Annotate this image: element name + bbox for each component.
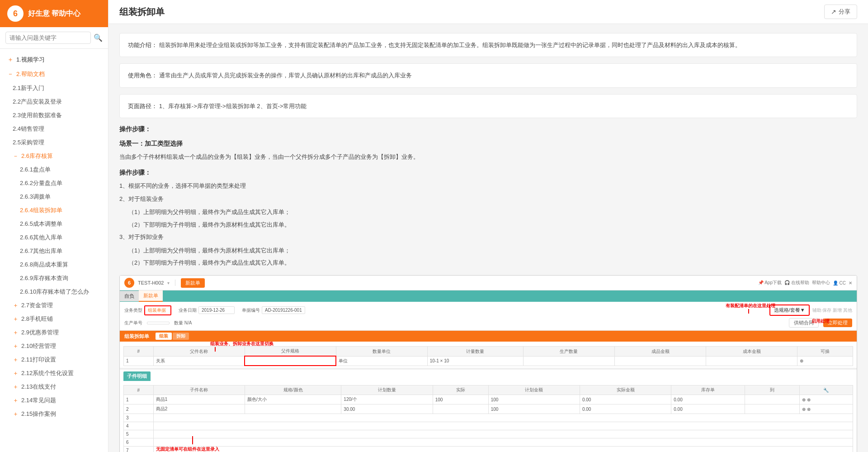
sidebar-item-2-7[interactable]: ＋ 2.7资金管理 [0,299,108,312]
plus-icon-2-12: ＋ [13,369,19,377]
mock-app-bar: 6 TEST-H002 ▾ 新款单 📌 App下载 🎧 在线帮助 帮助中心 👤 … [120,276,857,290]
sidebar-item-2-9[interactable]: ＋ 2.9优惠券管理 [0,326,108,339]
plus-icon-2-10: ＋ [13,342,19,350]
sidebar-item-2-6-7[interactable]: 2.6.7其他出库单 [0,244,108,258]
table-row: 4 [124,422,853,430]
sidebar-item-2-15[interactable]: ＋ 2.15操作案例 [0,407,108,421]
mock-prod-num[interactable] [147,322,170,324]
sidebar-item-2-8[interactable]: ＋ 2.8手机旺铺 [0,312,108,326]
table-row: 2 商品2 30.00 100 0.00 0.00 ⊕ ⊗ [124,404,853,414]
sidebar-item-2-6-5[interactable]: 2.6.5成本调整单 [0,217,108,231]
sidebar-nav: ＋ 1.视频学习 － 2.帮助文档 2.1新手入门 2.2产品安装及登录 [0,49,108,452]
annotation-4-arrow [192,436,193,444]
mock-date-input[interactable]: 2019-12-26 [198,306,235,314]
nav-group-videos-label: 1.视频学习 [16,56,45,64]
mock-col-seq: # [124,347,154,357]
role-card: 使用角色： 通常由生产人员或库管人员完成拆装业务的操作，库管人员确认原材料的出库… [119,63,857,87]
mock-logo: 6 [124,278,134,288]
sidebar-item-2-5[interactable]: 2.5采购管理 [0,136,108,149]
plus-icon-2-15: ＋ [13,410,19,418]
annotation-1: 有装配清单的在这里处理 [726,303,775,314]
mock-top-icons: 📌 App下载 🎧 在线帮助 帮助中心 👤 CC ✕ [758,280,852,286]
step1-text: 1、根据不同的业务，选择不同单据的类型来处理 [119,181,857,191]
sidebar-title: 好生意 帮助中心 [28,9,80,19]
scenario1-desc: 当由多个子件材料组装成一个成品的业务为【组装】业务，当由一个父件拆分成多个子产品… [119,152,857,162]
intro-text: 组装拆卸单用来处理企业组装或拆卸等加工业务，支持有固定装配清单的产品加工业务，也… [159,42,741,48]
nav-group-videos-title[interactable]: ＋ 1.视频学习 [0,52,108,67]
sidebar-item-2-6-2[interactable]: 2.6.2分量盘点单 [0,176,108,190]
mock-select-config-btn[interactable]: 选规格/套餐▼ [769,305,810,316]
sidebar-item-2-3[interactable]: 2.3使用前数据准备 [0,109,108,122]
sidebar-item-2-6-1[interactable]: 2.6.1盘点单 [0,163,108,176]
sidebar-item-2-6-10[interactable]: 2.6.10库存账本错了怎么办 [0,285,108,299]
step2-sub2: （2）下部明细为子件明细，最终作为原材料生成其它出库单。 [128,219,857,230]
plus-icon-2-9: ＋ [13,328,19,337]
nav-group-videos: ＋ 1.视频学习 [0,52,108,67]
sidebar-item-2-1[interactable]: 2.1新手入门 [0,81,108,95]
sidebar-item-2-6-6[interactable]: 2.6.6其他入库单 [0,231,108,244]
mock-num-input[interactable]: AD-20191226-001 [262,306,305,314]
sidebar-item-2-12[interactable]: ＋ 2.12系统个性化设置 [0,366,108,380]
step2-text: 2、对于组装业务 [119,194,857,204]
mock-section-header-orange: 组装拆卸单 组装 拆卸 [120,331,857,342]
intro-card: 功能介绍： 组装拆卸单用来处理企业组装或拆卸等加工业务，支持有固定装配清单的产品… [119,33,857,57]
sidebar-item-2-6-4[interactable]: 2.6.4组装拆卸单 [0,204,108,217]
mock-toggle-disassemble[interactable]: 拆卸 [173,333,189,340]
app-logo: 6 [7,5,24,22]
table-row: 6 [124,438,853,447]
nav-item-label: 2.3使用前数据准备 [13,111,62,119]
mock-col-qty-prod: 生产数量 [523,347,614,357]
mock-tab-home[interactable]: 自负 [120,291,139,301]
nav-item-label: 2.5采购管理 [13,138,44,147]
plus-icon-2-11: ＋ [13,356,19,364]
sidebar-header: 6 好生意 帮助中心 [0,0,108,27]
sidebar-item-2-6-9[interactable]: 2.6.9库存账本查询 [0,271,108,285]
search-icon[interactable]: 🔍 [94,33,103,42]
sidebar-item-2-10[interactable]: ＋ 2.10经营管理 [0,339,108,353]
mock-app-name: TEST-H002 [138,280,164,285]
plus-icon: ＋ [7,56,14,64]
mock-col-cost2: 成本金额 [706,347,797,357]
sidebar-item-2-2[interactable]: 2.2产品安装及登录 [0,95,108,109]
mock-toggle-assemble[interactable]: 组装 [156,333,172,340]
search-input[interactable] [5,32,91,44]
annotation-4: 无固定清单可在组件在这里录入 [156,446,219,452]
nav-group-docs-title[interactable]: － 2.帮助文档 [0,67,108,81]
step3-sub2: （2）下部明细为子件明细，最终作为产成品生成其它入库单。 [128,257,857,268]
sidebar-item-2-4[interactable]: 2.4销售管理 [0,122,108,136]
mock-type-input[interactable]: 组装单据 [144,305,171,315]
sidebar-item-2-6-8[interactable]: 2.6.8商品成本重算 [0,258,108,271]
ops-steps-heading: 操作步骤： [119,169,857,177]
search-box: 🔍 [0,27,108,49]
path-label: 页面路径： [128,103,157,109]
nav-item-label: 2.4销售管理 [13,125,44,133]
role-text: 通常由生产人员或库管人员完成拆装业务的操作，库管人员确认原材料的出库和产成品的入… [159,72,412,79]
share-button[interactable]: ↗ 分享 [824,5,857,19]
nav-sub-items-docs: 2.1新手入门 2.2产品安装及登录 2.3使用前数据准备 2.4销售管理 2.… [0,81,108,421]
mock-field-date: 业务日期 2019-12-26 [179,306,235,314]
table-row: 5 [124,430,853,438]
mock-child-header: 子件明细 [123,371,151,381]
screenshot-container: 6 TEST-H002 ▾ 新款单 📌 App下载 🎧 在线帮助 帮助中心 👤 … [119,275,857,452]
minus-icon-2-6: － [13,152,19,160]
step2-sub1: （1）上部明细为父件明细，最终作为产成品生成其它入库单； [128,207,857,217]
content-area: 功能介绍： 组装拆卸单用来处理企业组装或拆卸等加工业务，支持有固定装配清单的产品… [108,24,868,452]
mock-col-action: 可操 [797,347,853,357]
screenshot-inner: 6 TEST-H002 ▾ 新款单 📌 App下载 🎧 在线帮助 帮助中心 👤 … [120,276,857,452]
mock-col-qty-plan: 计量数量 [427,347,523,357]
sidebar-item-2-6[interactable]: － 2.6库存核算 [0,149,108,163]
mock-child-table: # 子件名称 规格/颜色 计划数量 实际 计划金额 实际金额 库存单 到 🔧 [123,385,853,452]
sidebar-item-2-13[interactable]: ＋ 2.13在线支付 [0,380,108,394]
nav-item-label: 2.6库存核算 [21,152,53,160]
table-row: 7 [124,447,853,452]
sidebar-item-2-6-3[interactable]: 2.6.3调拨单 [0,190,108,204]
sidebar-item-2-11[interactable]: ＋ 2.11打印设置 [0,353,108,366]
nav-group-docs: － 2.帮助文档 2.1新手入门 2.2产品安装及登录 2.3使用前数据准备 [0,67,108,421]
plus-icon-2-14: ＋ [13,396,19,404]
mock-tab-new[interactable]: 新款单 [139,290,163,302]
ops-heading: 操作步骤： [119,125,857,133]
sidebar-item-2-14[interactable]: ＋ 2.14常见问题 [0,394,108,407]
nav-item-label: 2.2产品安装及登录 [13,98,62,106]
main-content: 组装拆卸单 ↗ 分享 功能介绍： 组装拆卸单用来处理企业组装或拆卸等加工业务，支… [108,0,868,452]
mock-new-btn: 新款单 [181,278,205,288]
